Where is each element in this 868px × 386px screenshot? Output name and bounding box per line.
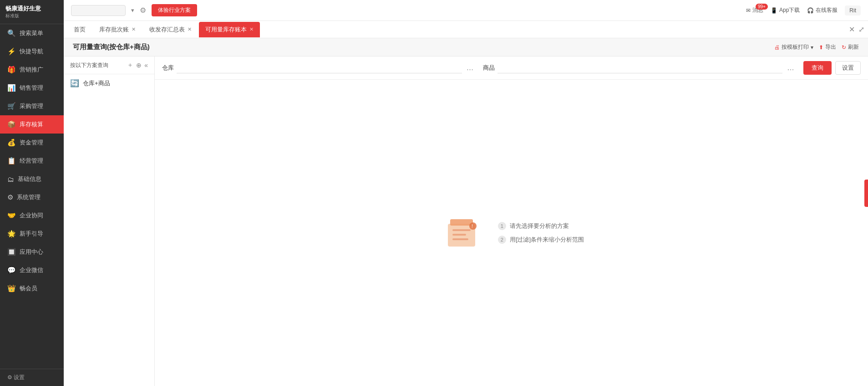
svg-rect-4 [452, 238, 468, 240]
empty-state: ! 1 请先选择要分析的方案 2 用[过滤]条件来缩小分析范围 [155, 80, 868, 386]
sidebar-label-newuser: 新手引导 [20, 230, 43, 238]
sidebar-label-weixin: 企业微信 [20, 266, 43, 274]
sidebar-item-newuser[interactable]: 🌟新手引导 [0, 225, 64, 243]
refresh-icon: ↻ [842, 44, 846, 51]
sidebar-icon-basic: 🗂 [7, 175, 14, 183]
collapse-icon[interactable]: « [144, 62, 148, 69]
expand-button[interactable]: ⤢ [858, 25, 864, 34]
right-panel: 仓库 … 商品 … 查询 设置 [155, 57, 868, 386]
sidebar-bottom-settings[interactable]: ⚙ 设置 [0, 369, 64, 386]
tab-batch-close[interactable]: ✕ [132, 26, 136, 32]
dropdown-icon[interactable]: ▾ [131, 7, 134, 14]
tab-summary[interactable]: 收发存汇总表 ✕ [143, 22, 198, 37]
add-scheme-icon[interactable]: ＋ [127, 61, 133, 69]
product-filter-input[interactable] [497, 63, 783, 73]
page-header-actions: 🖨 按模板打印 ▾ ⬆ 导出 ↻ 刷新 [774, 43, 859, 51]
warehouse-filter-label: 仓库 [162, 64, 174, 72]
sidebar-label-member: 畅会员 [20, 284, 37, 293]
empty-tip-1: 1 请先选择要分析的方案 [498, 222, 584, 230]
svg-rect-3 [452, 234, 466, 236]
tab-available[interactable]: 可用量库存账本 ✕ [199, 22, 260, 37]
topbar-search-area [71, 5, 126, 16]
sidebar: 畅康通好生意 标准版 🔍搜索菜单⚡快捷导航🎁营销推广📊销售管理🛒采购管理📦库存核… [0, 0, 64, 386]
sidebar-label-enterprise: 企业协同 [20, 211, 43, 220]
sidebar-label-basic: 基础信息 [18, 175, 41, 183]
filter-row: 仓库 … 商品 … 查询 设置 [155, 57, 868, 80]
close-all-button[interactable]: ✕ [849, 25, 855, 34]
online-service-button[interactable]: 🎧 在线客服 [807, 6, 838, 14]
tip-text-1: 请先选择要分析的方案 [510, 222, 569, 230]
gear-icon[interactable]: ⚙ [140, 6, 146, 15]
sidebar-item-enterprise[interactable]: 🤝企业协同 [0, 206, 64, 225]
content-area: 按以下方案查询 ＋ ⊕ « 🔄 仓库+商品 仓库 … [64, 57, 868, 386]
service-label: 在线客服 [816, 6, 838, 14]
message-badge: 99+ [756, 4, 768, 10]
refresh-button[interactable]: ↻ 刷新 [842, 43, 859, 51]
tab-home-label: 首页 [74, 26, 86, 34]
sidebar-item-operation[interactable]: 📋经营管理 [0, 152, 64, 170]
settings-scheme-icon[interactable]: ⊕ [136, 62, 142, 69]
sidebar-icon-appcenter: 🔲 [7, 248, 16, 256]
sidebar-icon-weixin: 💬 [7, 266, 16, 274]
tab-batch[interactable]: 库存批次账 ✕ [93, 22, 142, 37]
sidebar-icon-operation: 📋 [7, 157, 16, 165]
query-button[interactable]: 查询 [803, 61, 832, 75]
export-button[interactable]: ⬆ 导出 [819, 43, 836, 51]
sidebar-item-system[interactable]: ⚙系统管理 [0, 188, 64, 206]
tab-available-close[interactable]: ✕ [249, 26, 254, 32]
sidebar-icon-newuser: 🌟 [7, 230, 16, 238]
sidebar-item-weixin[interactable]: 💬企业微信 [0, 261, 64, 279]
warehouse-filter-input[interactable] [177, 63, 462, 73]
sidebar-label-finance: 资金管理 [20, 139, 43, 147]
print-label: 按模板打印 [782, 43, 809, 51]
print-dropdown-icon: ▾ [811, 44, 813, 51]
tabs-bar: 首页 库存批次账 ✕ 收发存汇总表 ✕ 可用量库存账本 ✕ ✕ ⤢ [64, 21, 868, 38]
sidebar-item-shortcut[interactable]: ⚡快捷导航 [0, 42, 64, 61]
sidebar-label-operation: 经营管理 [20, 157, 43, 165]
tab-summary-close[interactable]: ✕ [188, 26, 192, 32]
logo-sub: 标准版 [5, 13, 58, 19]
sidebar-label-purchase: 采购管理 [20, 102, 43, 110]
scheme-panel-header: 按以下方案查询 ＋ ⊕ « [64, 57, 154, 74]
warehouse-more-icon[interactable]: … [465, 64, 476, 72]
warehouse-filter: 仓库 … [162, 63, 476, 73]
headset-icon: 🎧 [807, 7, 814, 14]
logo-title: 畅康通好生意 [5, 5, 58, 13]
print-button[interactable]: 🖨 按模板打印 ▾ [774, 43, 813, 51]
sidebar-logo: 畅康通好生意 标准版 [0, 0, 64, 24]
sidebar-item-marketing[interactable]: 🎁营销推广 [0, 61, 64, 79]
tip-text-2: 用[过滤]条件来缩小分析范围 [510, 236, 584, 244]
sidebar-item-member[interactable]: 👑畅会员 [0, 279, 64, 298]
empty-state-inner: ! 1 请先选择要分析的方案 2 用[过滤]条件来缩小分析范围 [439, 210, 584, 256]
sidebar-item-finance[interactable]: 💰资金管理 [0, 134, 64, 152]
scheme-panel: 按以下方案查询 ＋ ⊕ « 🔄 仓库+商品 [64, 57, 155, 386]
app-download-button[interactable]: 📱 App下载 [771, 6, 800, 14]
sidebar-item-appcenter[interactable]: 🔲应用中心 [0, 243, 64, 261]
export-icon: ⬆ [819, 44, 823, 51]
scheme-item-warehouse-product[interactable]: 🔄 仓库+商品 [64, 74, 154, 92]
sidebar-item-purchase[interactable]: 🛒采购管理 [0, 97, 64, 115]
refresh-label: 刷新 [848, 43, 859, 51]
sidebar-item-basic[interactable]: 🗂基础信息 [0, 170, 64, 188]
product-more-icon[interactable]: … [785, 64, 796, 72]
sidebar-item-search[interactable]: 🔍搜索菜单 [0, 24, 64, 42]
sidebar-item-sales[interactable]: 📊销售管理 [0, 79, 64, 97]
scheme-panel-actions: ＋ ⊕ « [127, 61, 148, 69]
user-profile[interactable]: Rit [845, 5, 861, 15]
svg-text:!: ! [472, 224, 473, 229]
scheme-item-icon: 🔄 [70, 79, 79, 87]
print-icon: 🖨 [774, 44, 780, 51]
sidebar-item-inventory[interactable]: 📦库存核算 [0, 115, 64, 134]
message-button[interactable]: ✉ 消息 99+ [746, 6, 763, 14]
page-header: 可用量查询(按仓库+商品) 🖨 按模板打印 ▾ ⬆ 导出 ↻ 刷新 [64, 38, 868, 57]
settings-button[interactable]: 设置 [835, 61, 861, 75]
industry-btn[interactable]: 体验行业方案 [152, 4, 197, 16]
tab-home[interactable]: 首页 [67, 22, 92, 37]
sidebar-label-inventory: 库存核算 [20, 120, 43, 129]
empty-tip-2: 2 用[过滤]条件来缩小分析范围 [498, 236, 584, 244]
search-input[interactable] [71, 5, 126, 16]
svg-rect-2 [452, 229, 471, 231]
tip-num-1: 1 [498, 222, 506, 230]
phone-icon: 📱 [771, 7, 777, 14]
scrollbar-handle[interactable] [864, 180, 868, 207]
